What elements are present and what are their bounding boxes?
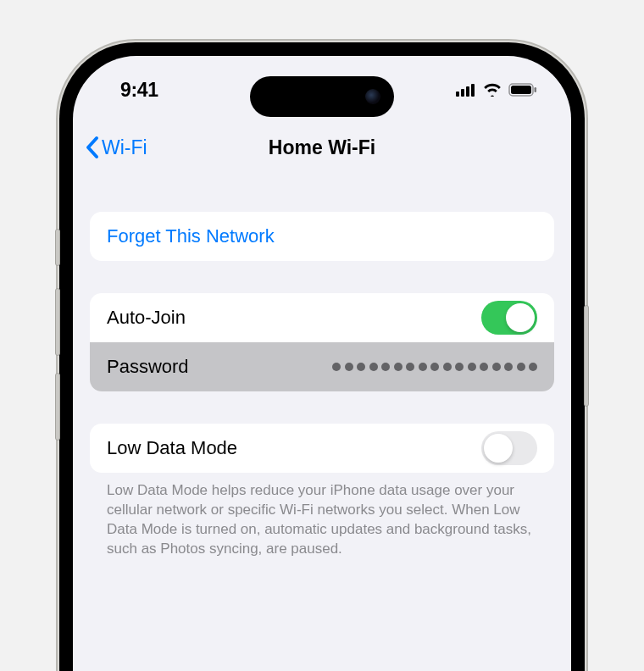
front-camera	[365, 89, 380, 104]
password-row[interactable]: Password	[90, 342, 554, 391]
svg-rect-5	[511, 86, 531, 94]
svg-rect-3	[471, 84, 475, 97]
low-data-row: Low Data Mode	[90, 424, 554, 473]
svg-rect-2	[466, 86, 469, 97]
iphone-frame: 9:41	[59, 42, 585, 671]
connection-group: Auto-Join Password	[90, 293, 554, 391]
mute-switch	[55, 229, 60, 266]
lowdata-group: Low Data Mode	[90, 424, 554, 473]
low-data-toggle[interactable]	[481, 431, 537, 465]
screen: 9:41	[73, 56, 571, 671]
back-label: Wi-Fi	[102, 136, 147, 159]
forget-label: Forget This Network	[107, 225, 275, 247]
toggle-knob	[506, 303, 535, 332]
chevron-left-icon	[85, 136, 100, 159]
forget-group: Forget This Network	[90, 212, 554, 261]
battery-icon	[508, 83, 537, 97]
auto-join-row: Auto-Join	[90, 293, 554, 342]
svg-rect-0	[456, 92, 459, 97]
cellular-icon	[456, 83, 476, 97]
status-time: 9:41	[120, 79, 158, 102]
low-data-footer: Low Data Mode helps reduce your iPhone d…	[90, 473, 554, 559]
volume-up-button	[55, 288, 60, 356]
auto-join-label: Auto-Join	[107, 307, 186, 329]
dynamic-island	[250, 76, 394, 117]
status-icons	[456, 83, 537, 97]
page-title: Home Wi-Fi	[269, 136, 375, 159]
password-label: Password	[107, 356, 189, 378]
volume-down-button	[55, 373, 60, 441]
low-data-label: Low Data Mode	[107, 437, 237, 459]
power-button	[584, 305, 589, 407]
auto-join-toggle[interactable]	[481, 301, 537, 335]
toggle-knob	[484, 434, 513, 463]
forget-network-button[interactable]: Forget This Network	[90, 212, 554, 261]
password-value	[332, 363, 537, 371]
svg-rect-6	[535, 87, 537, 92]
back-button[interactable]: Wi-Fi	[85, 136, 147, 159]
svg-rect-1	[461, 89, 464, 97]
nav-bar: Wi-Fi Home Wi-Fi	[73, 124, 571, 171]
wifi-icon	[483, 83, 502, 97]
